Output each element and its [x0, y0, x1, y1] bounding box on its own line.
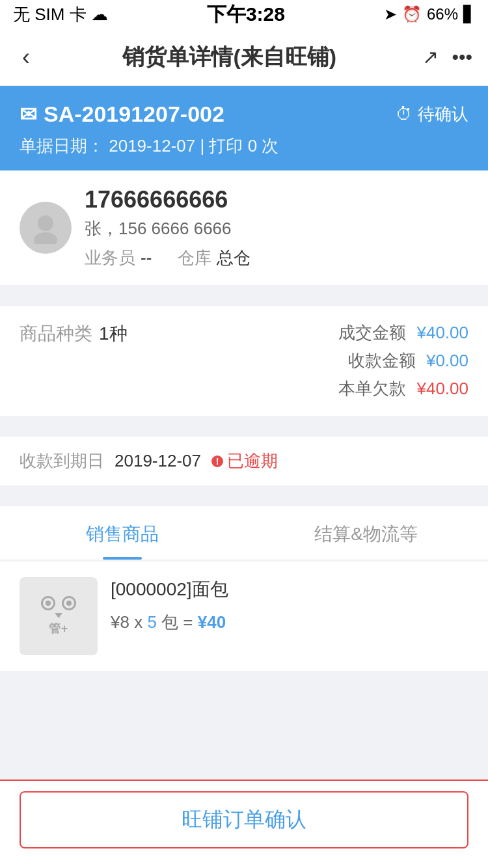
received-label: 收款金额 [348, 349, 416, 372]
amount-value: ¥40.00 [416, 323, 468, 343]
battery-icon: ▋ [463, 5, 475, 23]
amount-label: 成交金额 [338, 321, 406, 344]
date-label: 单据日期： [20, 136, 104, 156]
owl-beak [55, 613, 62, 618]
share-icon[interactable]: ↗ [422, 46, 439, 68]
multiply-sign: x [134, 612, 147, 632]
owl-eyes [41, 596, 76, 610]
unit-price: ¥8 [111, 612, 129, 632]
nav-actions: ↗ ••• [422, 46, 472, 68]
customer-row: 17666666666 张，156 6666 6666 业务员 -- 仓库 总仓 [20, 186, 468, 269]
overdue-dot-icon: ! [211, 455, 223, 467]
order-id: ✉ SA-20191207-002 [20, 102, 224, 127]
order-header-top: ✉ SA-20191207-002 ⏱ 待确认 [20, 102, 468, 127]
summary-right: 成交金额 ¥40.00 收款金额 ¥0.00 本单欠款 ¥40.00 [338, 321, 468, 400]
order-status-text: 待确认 [418, 103, 468, 126]
tab-sales-products[interactable]: 销售商品 [0, 506, 244, 560]
product-name: [0000002]面包 [111, 577, 468, 602]
quantity: 5 [147, 612, 156, 632]
product-info: [0000002]面包 ¥8 x 5 包 = ¥40 [111, 577, 468, 634]
status-left: 无 SIM 卡 ☁ [13, 3, 108, 26]
sim-status: 无 SIM 卡 ☁ [13, 3, 108, 26]
tab-settlement[interactable]: 结算&物流等 [244, 506, 488, 560]
tabs-section: 销售商品 结算&物流等 [0, 506, 488, 560]
customer-info: 17666666666 张，156 6666 6666 业务员 -- 仓库 总仓 [85, 186, 468, 269]
bottom-bar: 旺铺订单确认 [0, 780, 488, 868]
back-button[interactable]: ‹ [16, 37, 36, 77]
product-section: 管+ [0000002]面包 ¥8 x 5 包 = ¥40 [0, 562, 488, 671]
print-info: 打印 0 次 [209, 136, 278, 156]
product-type-value: 1种 [99, 321, 128, 346]
due-section: 收款到期日 2019-12-07 ! 已逾期 [0, 437, 488, 485]
received-row: 收款金额 ¥0.00 [348, 349, 468, 372]
clock-icon: ⏱ [396, 104, 413, 124]
avatar [20, 202, 72, 254]
overdue-badge: ! 已逾期 [211, 450, 278, 472]
product-thumbnail: 管+ [20, 577, 98, 655]
nav-bar: ‹ 销货单详情(来自旺铺) ↗ ••• [0, 29, 488, 86]
equals-sign: = [183, 612, 197, 632]
received-value: ¥0.00 [426, 351, 468, 371]
summary-section: 商品种类 1种 成交金额 ¥40.00 收款金额 ¥0.00 本单欠款 ¥40.… [0, 306, 488, 416]
amount-row: 成交金额 ¥40.00 [338, 321, 468, 344]
status-time: 下午3:28 [207, 1, 285, 28]
alarm-icon: ⏰ [402, 5, 422, 23]
tab-sales-label: 销售商品 [86, 524, 159, 544]
owed-row: 本单欠款 ¥40.00 [338, 377, 468, 400]
more-icon[interactable]: ••• [452, 46, 472, 68]
order-date-value: 2019-12-07 [109, 136, 195, 156]
summary-left: 商品种类 1种 [20, 321, 128, 346]
unit: 包 [161, 612, 178, 632]
divider-3 [0, 496, 488, 506]
status-right: ➤ ⏰ 66% ▋ [384, 5, 475, 23]
sales-label: 业务员 [85, 247, 135, 269]
customer-section: 17666666666 张，156 6666 6666 业务员 -- 仓库 总仓 [0, 170, 488, 285]
product-price-row: ¥8 x 5 包 = ¥40 [111, 611, 468, 634]
owl-left-eye [41, 596, 55, 610]
owed-value: ¥40.00 [416, 379, 468, 399]
order-header: ✉ SA-20191207-002 ⏱ 待确认 单据日期： 2019-12-07… [0, 86, 488, 170]
order-date-row: 单据日期： 2019-12-07 | 打印 0 次 [20, 135, 468, 157]
svg-point-1 [34, 232, 57, 244]
order-status: ⏱ 待确认 [396, 103, 468, 126]
date-separator: | [200, 136, 209, 156]
page-title: 销货单详情(来自旺铺) [122, 42, 336, 72]
summary-row: 商品种类 1种 成交金额 ¥40.00 收款金额 ¥0.00 本单欠款 ¥40.… [20, 321, 468, 400]
svg-point-0 [38, 215, 53, 231]
divider-1 [0, 295, 488, 306]
order-id-text: SA-20191207-002 [44, 102, 224, 127]
divider-2 [0, 426, 488, 437]
customer-meta: 业务员 -- 仓库 总仓 [85, 247, 468, 269]
product-type-label: 商品种类 [20, 321, 92, 346]
warehouse-value: 总仓 [217, 247, 251, 269]
battery-level: 66% [427, 5, 458, 23]
due-label: 收款到期日 [20, 450, 104, 472]
customer-phone: 17666666666 [85, 186, 468, 213]
tab-settlement-label: 结算&物流等 [314, 524, 418, 544]
tabs-row: 销售商品 结算&物流等 [0, 506, 488, 560]
overdue-text: 已逾期 [227, 450, 278, 472]
owl-right-eye [62, 596, 76, 610]
sales-value: -- [141, 248, 152, 268]
owl-brand-text: 管+ [49, 621, 69, 636]
owl-logo: 管+ [41, 596, 76, 636]
content-area: ✉ SA-20191207-002 ⏱ 待确认 单据日期： 2019-12-07… [0, 86, 488, 762]
status-bar: 无 SIM 卡 ☁ 下午3:28 ➤ ⏰ 66% ▋ [0, 0, 488, 29]
tab-active-underline [103, 557, 142, 560]
navigation-icon: ➤ [384, 5, 397, 23]
owed-label: 本单欠款 [338, 377, 406, 400]
product-item: 管+ [0000002]面包 ¥8 x 5 包 = ¥40 [0, 562, 488, 671]
customer-name: 张，156 6666 6666 [85, 217, 468, 240]
confirm-order-button[interactable]: 旺铺订单确认 [20, 791, 468, 848]
warehouse-label: 仓库 [178, 247, 211, 269]
warehouse-meta: 仓库 总仓 [178, 247, 251, 269]
product-total: ¥40 [198, 612, 226, 632]
sales-meta: 业务员 -- [85, 247, 152, 269]
due-date-value: 2019-12-07 [115, 451, 201, 471]
order-envelope-icon: ✉ [20, 102, 37, 127]
